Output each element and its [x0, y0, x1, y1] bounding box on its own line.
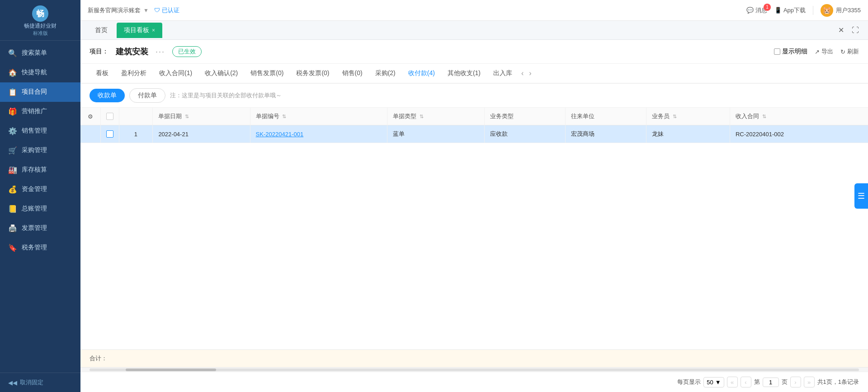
message-btn[interactable]: 💬 消息 1: [746, 6, 767, 14]
table-header-row: ⚙ 单据日期 ⇅ 单据编号 ⇅ 单据类型 ⇅ 业务类型 往来单位 业务员 ⇅ 收…: [80, 108, 868, 125]
sub-tab-tax-invoice[interactable]: 税务发票(0): [290, 64, 335, 84]
last-page-btn[interactable]: »: [804, 377, 815, 387]
page-size-value: 50: [707, 379, 713, 386]
page-size-select[interactable]: 50 ▼: [703, 377, 724, 387]
logo-icon: 畅: [32, 5, 48, 22]
refresh-icon: ↻: [840, 48, 845, 55]
sidebar-item-label: 税务管理: [22, 244, 47, 252]
unpin-icon: ◀◀: [8, 379, 17, 386]
edition-label: 标准版: [33, 30, 48, 37]
prev-page-btn[interactable]: ‹: [741, 377, 751, 387]
sidebar-item-ledger-mgmt[interactable]: 📒 总账管理: [0, 199, 80, 219]
app-download-label: App下载: [783, 6, 806, 14]
table-area: ⚙ 单据日期 ⇅ 单据编号 ⇅ 单据类型 ⇅ 业务类型 往来单位 业务员 ⇅ 收…: [80, 108, 868, 349]
horizontal-scrollbar[interactable]: [80, 367, 868, 372]
payment-filter-btn[interactable]: 付款单: [129, 88, 165, 103]
table-footer-label: 合计：: [90, 355, 107, 362]
sidebar-item-quick-nav[interactable]: 🏠 快捷导航: [0, 63, 80, 82]
sidebar-item-label: 项目合同: [22, 88, 47, 96]
window-controls: ✕ ⛶: [835, 25, 861, 36]
contract-icon: 📋: [8, 88, 17, 96]
scrollbar-thumb[interactable]: [126, 368, 216, 371]
sub-tab-sales[interactable]: 销售(0): [336, 64, 369, 84]
account-selector[interactable]: 新服务官网演示账套 ▼: [88, 6, 149, 14]
th-settings[interactable]: ⚙: [80, 108, 100, 125]
side-float-btn[interactable]: ☰: [854, 183, 868, 209]
export-btn[interactable]: ↗ 导出: [815, 48, 833, 56]
th-date[interactable]: 单据日期 ⇅: [153, 108, 250, 125]
sub-tab-receipt-payment[interactable]: 收付款(4): [402, 64, 441, 84]
sidebar-item-label: 总账管理: [22, 205, 47, 213]
sidebar-item-invoice-mgmt[interactable]: 🖨️ 发票管理: [0, 219, 80, 238]
page-size-label: 每页显示: [677, 378, 701, 386]
page-info-suffix: 页: [782, 378, 788, 386]
sub-tab-kanban[interactable]: 看板: [90, 64, 115, 84]
sub-tab-next-btn[interactable]: ›: [526, 66, 534, 81]
pagination: 每页显示 50 ▼ « ‹ 第 页 › » 共1页，1条记录: [80, 372, 868, 392]
refresh-label: 刷新: [847, 48, 859, 56]
tag-icon: 🔖: [8, 244, 17, 252]
tab-home-label: 首页: [95, 26, 108, 34]
page-input[interactable]: [763, 378, 779, 387]
sub-tab-in-out[interactable]: 出入库: [487, 64, 519, 84]
shield-icon: 🛡: [154, 7, 160, 14]
sub-tab-sales-invoice[interactable]: 销售发票(0): [244, 64, 290, 84]
sidebar-item-purchase-mgmt[interactable]: 🛒 采购管理: [0, 141, 80, 160]
user-avatar: 🐹: [821, 4, 833, 17]
td-type: 蓝单: [387, 125, 484, 143]
td-check[interactable]: [100, 125, 119, 143]
next-page-btn[interactable]: ›: [790, 377, 801, 387]
receipt-filter-btn[interactable]: 收款单: [90, 89, 125, 102]
sidebar-item-marketing[interactable]: 🎁 营销推广: [0, 102, 80, 121]
sub-tab-profit[interactable]: 盈利分析: [115, 64, 153, 84]
app-download-btn[interactable]: 📱 App下载: [774, 6, 806, 14]
td-settings: [80, 125, 100, 143]
th-salesman[interactable]: 业务员 ⇅: [646, 108, 730, 125]
th-income-contract[interactable]: 收入合同 ⇅: [730, 108, 868, 125]
tab-home[interactable]: 首页: [88, 23, 115, 38]
th-number[interactable]: 单据编号 ⇅: [250, 108, 387, 125]
gift-icon: 🎁: [8, 107, 17, 116]
sidebar-nav: 🔍 搜索菜单 🏠 快捷导航 📋 项目合同 🎁 营销推广 ⚙️ 销售管理 🛒 采购…: [0, 41, 80, 373]
sidebar-item-label: 资金管理: [22, 185, 47, 193]
sub-tab-other-income[interactable]: 其他收支(1): [441, 64, 487, 84]
logo-text: 畅捷通好业财: [24, 23, 57, 30]
verified-label: 已认证: [162, 6, 179, 14]
sub-tab-income-contract[interactable]: 收入合同(1): [153, 64, 198, 84]
topbar-divider: [813, 6, 813, 15]
sidebar-item-project-contract[interactable]: 📋 项目合同: [0, 82, 80, 102]
th-type[interactable]: 单据类型 ⇅: [387, 108, 484, 125]
sidebar-item-sales-mgmt[interactable]: ⚙️ 销售管理: [0, 121, 80, 141]
topbar-right: 💬 消息 1 📱 App下载 🐹 用户3355: [746, 4, 861, 17]
sidebar-item-label: 销售管理: [22, 127, 47, 135]
show-detail-label: 显示明细: [782, 48, 807, 56]
sub-tab-purchase[interactable]: 采购(2): [369, 64, 402, 84]
sidebar-item-tax-mgmt[interactable]: 🔖 税务管理: [0, 238, 80, 258]
show-detail-checkbox[interactable]: [774, 48, 780, 55]
td-biz-type: 应收款: [485, 125, 566, 143]
sidebar: 畅 畅捷通好业财 标准版 🔍 搜索菜单 🏠 快捷导航 📋 项目合同 🎁 营销推广…: [0, 0, 80, 392]
message-icon: 💬: [746, 7, 754, 14]
tab-close-btn[interactable]: ×: [152, 27, 155, 33]
maximize-window-btn[interactable]: ⛶: [850, 25, 861, 36]
doc-number-link[interactable]: SK-20220421-001: [256, 131, 304, 138]
project-status-badge: 已生效: [172, 46, 202, 57]
sub-tab-income-confirm[interactable]: 收入确认(2): [198, 64, 244, 84]
project-label-prefix: 项目：: [90, 48, 108, 56]
sidebar-unpin[interactable]: ◀◀ 取消固定: [0, 373, 80, 392]
sidebar-item-funds-mgmt[interactable]: 💰 资金管理: [0, 180, 80, 199]
sidebar-item-search[interactable]: 🔍 搜索菜单: [0, 43, 80, 63]
message-badge: 1: [764, 4, 771, 11]
home-icon: 🏠: [8, 68, 17, 77]
th-partner: 往来单位: [566, 108, 646, 125]
sub-tab-prev-btn[interactable]: ‹: [519, 66, 526, 81]
refresh-btn[interactable]: ↻ 刷新: [840, 48, 859, 56]
project-more-btn[interactable]: ···: [156, 47, 165, 57]
user-menu[interactable]: 🐹 用户3355: [821, 4, 861, 17]
tab-project-kanban[interactable]: 项目看板 ×: [117, 23, 162, 38]
show-detail-toggle[interactable]: 显示明细: [774, 48, 807, 56]
sidebar-item-inventory[interactable]: 🏭 库存核算: [0, 160, 80, 180]
first-page-btn[interactable]: «: [727, 377, 738, 387]
close-window-btn[interactable]: ✕: [835, 25, 846, 36]
th-check[interactable]: [100, 108, 119, 125]
